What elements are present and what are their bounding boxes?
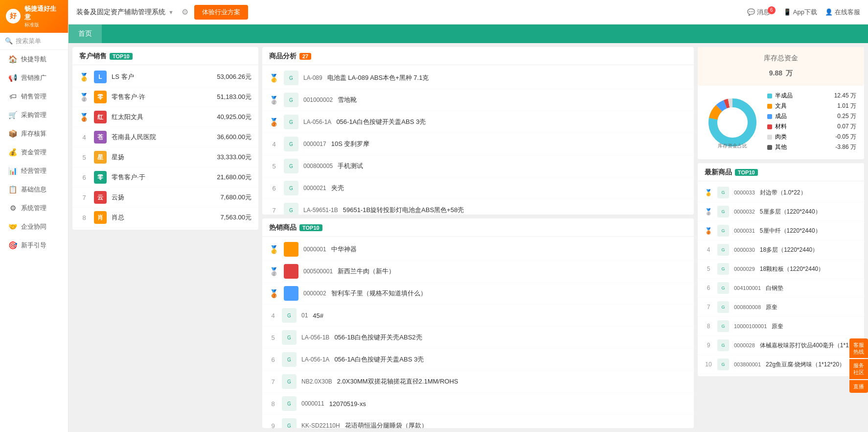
product-code: LA-056-1B [301,334,329,341]
product-img-placeholder: G [282,418,297,428]
product-name: 新西兰牛肉（新牛） [338,267,687,276]
customer-rank-title-text: 客户销售 [79,52,107,61]
sidebar-item-sales[interactable]: 🏷 销售管理 [0,87,68,106]
new-product-code: 0000033 [734,190,755,195]
sidebar-item-info[interactable]: 📋 基础信息 [0,180,68,199]
product-code: 000500001 [303,268,333,275]
medal-icon: 🥈 [269,267,279,276]
rank-number: 8 [705,323,712,330]
online-service-button[interactable]: 👤 在线客服 [825,8,860,17]
rank-name: 零售客户·许 [112,93,212,101]
nav-label: 经营管理 [21,167,46,175]
float-community-btn[interactable]: 服务社区 [849,359,868,379]
product-rank-item: 4 G 0000017 10S 变刹罗摩 [262,133,694,155]
rank-avatar: 肖 [94,211,107,224]
product-rank-item: 5 G 000800005 手机测试 [262,155,694,177]
product-name: 45# [313,312,687,319]
rank-avatar: L [94,71,107,83]
rank-name: 零售客户·于 [112,173,212,182]
rank-number: 4 [269,141,279,148]
product-img-placeholder: G [282,396,297,411]
rank-name: 苍南县人民医院 [112,133,212,142]
sidebar-item-collab[interactable]: 🤝 企业协同 [0,217,68,236]
message-button[interactable]: 💬 消息 6 [747,8,776,17]
logo-icon: 好 [6,9,21,24]
new-product-code: 0000032 [734,209,755,215]
hot-product-item: 4 G 01 45# [262,305,694,327]
rank-name: LS 客户 [112,72,212,81]
tab-home[interactable]: 首页 [69,24,102,43]
float-service-btn[interactable]: 客服热线 [849,338,868,359]
product-rank-item: 🥉 G LA-056-1A 056-1A白色按键开关盖ABS 3壳 [262,111,694,133]
customer-rank-item: 🥇 L LS 客户 53,006.26元 [72,67,258,87]
legend-name-wrap: 文具 [767,102,837,110]
product-code: KK-SD22110H [301,422,340,428]
new-products-list: 🥇 G 0000033 封边带（1.0*22） 🥈 G 0000032 5厘多层… [698,181,864,376]
search-menu[interactable]: 🔍 搜索菜单 [0,33,68,50]
product-code: 01 [301,312,308,319]
sidebar-item-system[interactable]: ⚙ 系统管理 [0,199,68,217]
float-live-btn[interactable]: 直播 [849,380,868,393]
tab-home-label: 首页 [78,29,92,38]
legend-value: 12.45 万 [834,92,856,100]
rank-avatar: 零 [94,171,107,184]
inventory-total-label: 库存总资金 [706,54,856,63]
sidebar-item-operations[interactable]: 📊 经营管理 [0,162,68,180]
rank-value: 7,680.00元 [220,193,251,202]
product-img-placeholder: G [282,330,297,345]
brand-sub: 标准版 [24,22,62,28]
app-download-button[interactable]: 📱 App下载 [783,8,817,17]
product-code: 0000001 [303,246,326,253]
product-name: 59651-1B旋转投影灯电池盒ABS黑色+58壳 [343,206,687,215]
new-product-name: 封边带（1.0*22） [760,189,857,197]
sidebar-item-guide[interactable]: 🎯 新手引导 [0,236,68,255]
sidebar-item-purchase[interactable]: 🛒 采购管理 [0,106,68,124]
product-name: 056-1A白色按键开关盖ABS 3壳 [336,118,687,126]
tab-bar: 首页 [69,24,868,43]
donut-chart: 库存资金占比 [706,96,759,149]
legend-name-wrap: 其他 [767,143,835,151]
legend-item: 文具 1.01 万 [767,102,856,110]
product-img-placeholder: G [282,352,297,367]
hot-product-item: 🥈 000500001 新西兰牛肉（新牛） [262,261,694,283]
product-name: 智利车子里（规格不知道填什么） [331,289,687,298]
rank-avatar: 零 [94,91,107,103]
rank-number: 5 [705,265,712,272]
sidebar-item-finance[interactable]: 💰 资金管理 [0,143,68,162]
inventory-total: 库存总资金 9.88 万 [698,47,864,86]
app-download-label: App下载 [793,8,817,17]
new-product-item: 5 G 0000029 18颗粒板（1220*2440） [698,260,864,279]
trial-button[interactable]: 体验行业方案 [194,5,248,20]
medal-icon: 🥇 [269,73,279,83]
rank-avatar: 红 [94,111,107,123]
sidebar-item-marketing[interactable]: 📢 营销推广 [0,69,68,87]
product-code: 0000002 [303,290,326,297]
hot-products-title-text: 热销商品 [269,223,297,232]
rank-number: 9 [705,342,712,349]
rank-number: 7 [269,207,279,214]
online-service-label: 在线客服 [835,8,860,17]
sidebar-item-home[interactable]: 🏠 快捷导航 [0,50,68,69]
customer-rank-item: 8 肖 肖总 7,563.00元 [72,208,258,228]
product-rank-title: 商品分析 27 [269,52,311,61]
new-product-thumbnail: G [717,187,729,198]
product-code: LA-59651-1B [303,207,338,214]
new-product-item: 4 G 0000030 18多层（1220*2440） [698,240,864,260]
legend-dot [767,114,772,119]
product-thumbnail [284,242,298,257]
sidebar-item-inventory[interactable]: 📦 库存核算 [0,124,68,143]
rank-number: 7 [705,304,712,311]
hot-products-header: 热销商品 TOP10 [262,218,694,237]
customer-rank-item: 7 云 云扬 7,680.00元 [72,188,258,208]
medal-icon: 🥉 [269,118,279,127]
hot-product-item: 6 G LA-056-1A 056-1A白色按键开关盖ABS 3壳 [262,349,694,371]
legend-value: 0.07 万 [837,122,856,131]
product-name: 夹壳 [331,184,687,192]
newest-products-title: 最新商品 TOP10 [705,168,758,177]
inventory-total-value: 9.88 万 [706,64,856,79]
new-product-thumbnail: G [717,225,729,237]
rank-number: 4 [705,246,712,253]
product-rank-badge: 27 [299,53,311,60]
settings-icon[interactable]: ⚙ [182,7,188,17]
service-icon: 👤 [825,8,833,16]
